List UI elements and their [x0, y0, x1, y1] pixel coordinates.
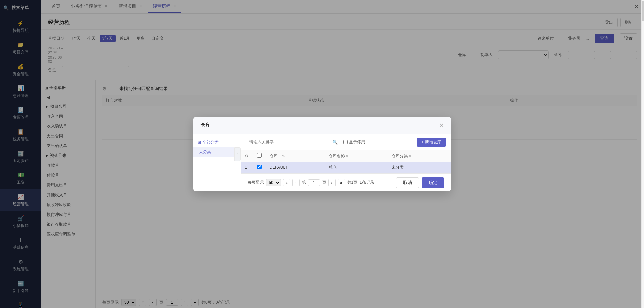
modal-sidebar-item-unclassified[interactable]: 未分类: [193, 147, 234, 157]
modal-all-category-label: 全部分类: [202, 140, 219, 145]
col-name: 仓库名称⇅: [325, 150, 388, 162]
modal-page-unit: 页: [322, 180, 326, 185]
show-disabled-label: 显示停用: [343, 139, 365, 145]
row-checkbox: [253, 162, 266, 173]
modal-table: ⚙ 仓库...⇅ 仓库名称⇅: [241, 150, 451, 173]
modal-sidebar-items: 未分类: [193, 147, 234, 188]
col-checkbox: [253, 150, 266, 162]
modal-per-page-label: 每页显示: [248, 180, 264, 185]
modal-total-label: 共1页, 1条记录: [347, 180, 374, 185]
grid-icon-modal: ⊞: [198, 140, 201, 145]
modal-search-wrap: 🔍: [246, 138, 340, 146]
modal-next-btn[interactable]: ›: [328, 179, 336, 186]
row-select-checkbox[interactable]: [257, 165, 262, 169]
col-code: 仓库...⇅: [266, 150, 325, 162]
modal-title: 仓库: [200, 122, 210, 128]
modal-body: ⊞ 全部分类 未分类 ‹: [193, 134, 451, 191]
modal-select-all-checkbox[interactable]: [257, 153, 262, 158]
show-disabled-checkbox[interactable]: [343, 140, 348, 144]
table-row[interactable]: 1 DEFAULT 总仓 未分类: [241, 162, 451, 173]
modal-sidebar-content: 未分类 ‹: [193, 147, 241, 188]
modal-footer: 每页显示 50 « ‹ 第 页 › » 共1页, 1条记录: [241, 173, 451, 191]
modal-sidebar-header: ⊞ 全部分类: [193, 138, 241, 147]
name-sort-icon: ⇅: [346, 154, 348, 158]
modal-table-wrap: ⚙ 仓库...⇅ 仓库名称⇅: [241, 150, 451, 173]
modal-per-page-select[interactable]: 50: [266, 179, 281, 186]
modal-page-label: 第: [302, 180, 306, 185]
code-sort-icon: ⇅: [282, 154, 285, 158]
modal-first-btn[interactable]: «: [283, 179, 290, 186]
row-code: DEFAULT: [266, 162, 325, 173]
category-sort-icon: ⇅: [409, 154, 411, 158]
modal-page-input[interactable]: [308, 179, 320, 186]
col-category: 仓库分类⇅: [388, 150, 451, 162]
show-disabled-text: 显示停用: [349, 139, 365, 145]
warehouse-modal: 仓库 ✕ ⊞ 全部分类 未分类 ‹: [193, 117, 451, 191]
modal-search-input[interactable]: [246, 138, 340, 146]
col-settings: ⚙: [241, 150, 253, 162]
add-warehouse-btn[interactable]: + 新增仓库: [417, 138, 446, 147]
modal-header: 仓库 ✕: [193, 117, 451, 134]
modal-close-btn[interactable]: ✕: [439, 122, 444, 129]
modal-sidebar: ⊞ 全部分类 未分类 ‹: [193, 134, 241, 191]
cancel-btn[interactable]: 取消: [396, 177, 419, 188]
modal-last-btn[interactable]: »: [338, 179, 345, 186]
modal-prev-btn[interactable]: ‹: [292, 179, 300, 186]
row-category: 未分类: [388, 162, 451, 173]
modal-pagination: 每页显示 50 « ‹ 第 页 › » 共1页, 1条记录: [248, 179, 374, 186]
modal-toolbar: 🔍 显示停用 + 新增仓库: [241, 134, 451, 150]
row-settings: 1: [241, 162, 253, 173]
modal-overlay: 仓库 ✕ ⊞ 全部分类 未分类 ‹: [0, 0, 644, 308]
modal-collapse-btn[interactable]: ‹: [234, 147, 241, 161]
confirm-btn[interactable]: 确定: [422, 177, 444, 188]
row-name: 总仓: [325, 162, 388, 173]
modal-search-icon: 🔍: [332, 140, 338, 145]
modal-main: 🔍 显示停用 + 新增仓库 ⚙: [241, 134, 451, 191]
modal-actions: 取消 确定: [396, 177, 444, 188]
